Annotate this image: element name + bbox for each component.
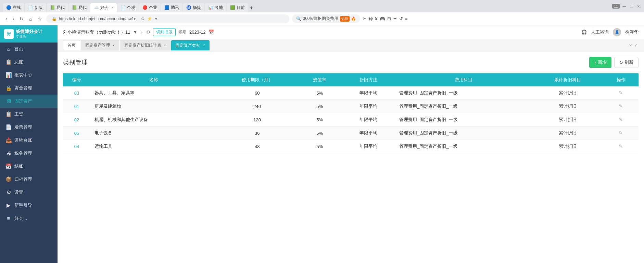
cell-action[interactable]: ✎	[603, 127, 639, 140]
account-name: 刘小艳演示账套（勿删勿动！）11	[63, 29, 130, 35]
back-button[interactable]: ‹	[4, 15, 9, 23]
sidebar-item-home[interactable]: ⌂ 首页	[0, 43, 58, 56]
browser-tab-gedi[interactable]: 📊 各地	[205, 3, 226, 12]
browser-tab-enterprise[interactable]: 🔴 企业	[139, 3, 161, 12]
home-button[interactable]: ⌂	[28, 15, 33, 23]
browser-tab-changtui[interactable]: Ⓜ️ 畅提	[183, 3, 204, 12]
browser-tab-haohui[interactable]: ☁️ 好会 ×	[90, 3, 117, 12]
search-icon: 🔍	[296, 16, 301, 21]
new-tab-button[interactable]: +	[249, 3, 254, 12]
expand-button[interactable]: ▼	[133, 29, 137, 35]
cell-name: 器具、工具、家具等	[90, 86, 217, 100]
browser-tab-muqian[interactable]: 🟩 目前	[227, 3, 248, 12]
cell-period: 240	[217, 100, 298, 113]
scissors-icon[interactable]: ✂	[363, 16, 367, 21]
sidebar-item-more[interactable]: ≡ 好会...	[0, 212, 58, 225]
search-label: 360智能抠图免费用	[303, 16, 338, 22]
browser-tab-yidai-2[interactable]: 📗 易代	[68, 3, 90, 12]
grid-icon[interactable]: ⊞	[387, 16, 391, 21]
reload-button[interactable]: ↻	[18, 15, 25, 23]
browser-tab-new[interactable]: 📄 新版	[25, 3, 46, 12]
page-tab-bar: 首页 固定资产管理 × 固定资产折旧统计表 × 固定资产类别 × × ⤢	[58, 39, 644, 51]
sidebar-item-label-more: 好会...	[14, 215, 27, 222]
sidebar-item-reports[interactable]: 📊 报表中心	[0, 69, 58, 82]
switch-version-button[interactable]: 切到旧版	[153, 28, 176, 36]
browser-tab-list: 🔵 在线 📄 新版 📗 易代 📗 易代 ☁️ 好会 × 📄 个税 🔴 企业	[3, 0, 254, 12]
chevron-down-icon[interactable]: ▼	[154, 16, 158, 21]
tax-icon: 🖨	[5, 150, 12, 156]
browser-tab-tax[interactable]: 📄 个税	[117, 3, 139, 12]
sidebar-item-guide[interactable]: ▶ 新手引导	[0, 199, 58, 212]
forward-button[interactable]: ›	[11, 15, 16, 23]
sidebar-item-ledger[interactable]: 📋 总账	[0, 56, 58, 69]
header-right: 🎧 人工咨询 👤 徐泽华	[581, 28, 639, 36]
content-maximize-button[interactable]: ⤢	[633, 42, 639, 48]
browser-tab-tencent[interactable]: 🟦 腾讯	[161, 3, 182, 12]
refresh-button[interactable]: ↻ 刷新	[614, 57, 639, 68]
cell-residual: 5%	[298, 127, 342, 140]
service-label[interactable]: 人工咨询	[591, 29, 609, 35]
cell-action[interactable]: ✎	[603, 86, 639, 100]
col-expense: 费用科目	[395, 73, 532, 86]
sidebar-item-archive[interactable]: 📦 归档管理	[0, 173, 58, 186]
browser-menu-button[interactable]: ≡	[405, 16, 408, 21]
search-box[interactable]: 🔍 360智能抠图免费用 热搜 🔥	[292, 14, 360, 23]
settings-button[interactable]: ⚙	[146, 29, 150, 35]
tab-fixed-asset-mgmt[interactable]: 固定资产管理 ×	[81, 40, 119, 50]
add-period-button[interactable]: +	[140, 29, 143, 35]
close-window-button[interactable]: ×	[636, 2, 641, 10]
archive-icon: 📦	[5, 176, 12, 182]
sidebar-item-purchase-sales[interactable]: 📥 进销台账	[0, 134, 58, 147]
cell-residual: 5%	[298, 140, 342, 153]
tab-fixed-asset-category[interactable]: 固定资产类别 ×	[171, 40, 210, 50]
tab-fixed-asset-category-close[interactable]: ×	[203, 44, 205, 47]
address-input[interactable]: 🔒 https://cloud.chanjet.com/accounting/u…	[46, 14, 290, 23]
tab-fixed-asset-mgmt-close[interactable]: ×	[113, 44, 115, 47]
currency-icon[interactable]: ¥	[375, 16, 378, 21]
address-bar: ‹ › ↻ ⌂ ☆ 🔒 https://cloud.chanjet.com/ac…	[0, 12, 644, 25]
refresh-icon: ↻	[619, 60, 623, 65]
content-close-button[interactable]: ×	[628, 41, 633, 49]
sidebar-item-checkout[interactable]: 📅 结账	[0, 160, 58, 173]
browser-tab-yidai-1[interactable]: 📗 易代	[47, 3, 68, 12]
sidebar-item-payroll[interactable]: 📋 工资	[0, 108, 58, 121]
tab-label-9: 畅提	[193, 5, 201, 11]
sidebar-item-invoice[interactable]: 📄 发票管理	[0, 121, 58, 134]
browser-menu-icon[interactable]: ⚙	[141, 16, 145, 21]
translate-icon[interactable]: 译	[369, 16, 373, 22]
tab-fixed-asset-depreciation-close[interactable]: ×	[164, 44, 166, 47]
cell-accumulated: 累计折旧	[532, 140, 603, 153]
sidebar-item-settings[interactable]: ⚙ 设置	[0, 186, 58, 199]
cell-action[interactable]: ✎	[603, 100, 639, 113]
cell-expense: 管理费用_固定资产折旧_一级	[395, 127, 532, 140]
sidebar-item-label-checkout: 结账	[14, 163, 23, 169]
logo-icon: 好	[4, 29, 14, 39]
browser-tab-close-5[interactable]: ×	[111, 6, 113, 10]
bookmark-button[interactable]: ☆	[36, 15, 43, 23]
cell-action[interactable]: ✎	[603, 140, 639, 153]
browser-tab-online[interactable]: 🔵 在线	[3, 3, 24, 12]
cell-action[interactable]: ✎	[603, 113, 639, 127]
sidebar-item-tax[interactable]: 🖨 税务管理	[0, 147, 58, 160]
tab-favicon-7: 🔴	[142, 5, 148, 10]
tab-label-11: 目前	[237, 5, 245, 11]
table-row: 04运输工具485%年限平均管理费用_固定资产折旧_一级累计折旧✎	[63, 140, 639, 153]
tab-fixed-asset-depreciation[interactable]: 固定资产折旧统计表 ×	[120, 40, 171, 50]
tab-fixed-asset-category-label: 固定资产类别	[176, 43, 200, 48]
cell-method: 年限平均	[342, 140, 395, 153]
tab-home[interactable]: 首页	[63, 40, 80, 50]
maximize-button[interactable]: □	[629, 2, 634, 10]
game-icon[interactable]: 🎮	[380, 16, 385, 21]
cell-method: 年限平均	[342, 100, 395, 113]
sidebar-item-label-ledger: 总账	[14, 59, 23, 65]
minimize-button[interactable]: ─	[621, 2, 627, 10]
sun-icon[interactable]: ☀	[393, 16, 397, 21]
cell-name: 电子设备	[90, 127, 217, 140]
sidebar-item-funds[interactable]: 🔒 资金管理	[0, 82, 58, 95]
add-button[interactable]: + 新增	[589, 57, 611, 68]
cell-name: 房屋及建筑物	[90, 100, 217, 113]
sidebar-item-fixed-assets[interactable]: 🖥 固定资产	[0, 95, 58, 108]
undo-icon[interactable]: ↺	[399, 16, 403, 21]
calendar-icon[interactable]: 📅	[209, 29, 214, 35]
browser-chrome: 🔵 在线 📄 新版 📗 易代 📗 易代 ☁️ 好会 × 📄 个税 🔴 企业	[0, 0, 644, 12]
